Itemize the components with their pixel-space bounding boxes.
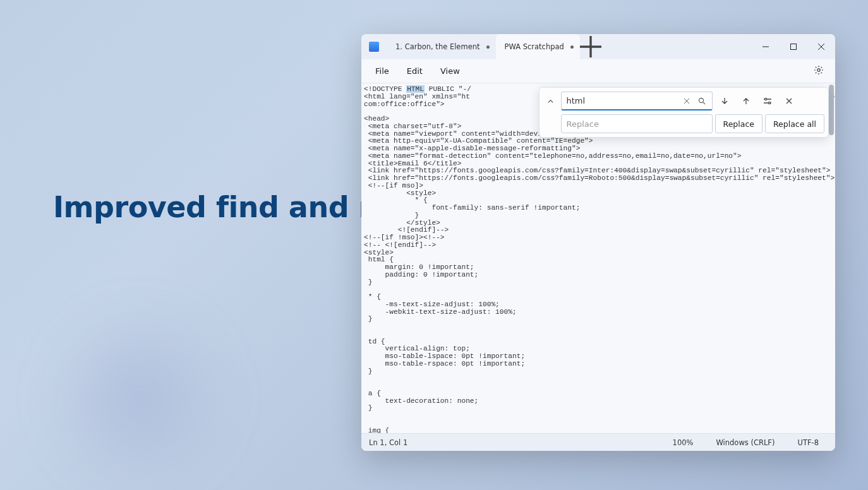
app-icon [369,42,379,52]
replace-button[interactable]: Replace [715,114,763,133]
search-highlight: HTML [406,85,425,93]
search-input[interactable]: html [561,92,713,111]
line-ending[interactable]: Windows (CRLF) [704,438,786,447]
search-value: html [567,96,679,105]
dirty-dot-icon [570,45,574,49]
svg-point-2 [699,98,703,102]
next-match-button[interactable] [715,92,734,111]
tab-label: PWA Scratchpad [505,42,564,51]
search-icon[interactable] [694,93,709,109]
scrollbar-thumb[interactable] [829,85,834,135]
replace-input[interactable]: Replace [561,114,713,133]
titlebar: 1. Carbon, the Element PWA Scratchpad [361,34,835,59]
toggle-replace-icon[interactable] [543,92,558,111]
minimize-button[interactable] [752,34,780,59]
svg-point-3 [764,98,766,100]
menu-edit[interactable]: Edit [398,63,431,80]
settings-button[interactable] [807,61,830,81]
close-find-button[interactable] [780,92,799,111]
menu-view[interactable]: View [431,63,469,80]
new-tab-button[interactable] [580,38,601,56]
svg-point-1 [817,68,820,71]
find-replace-panel: html Replace Replace Replace all [539,87,829,138]
editor-area[interactable]: <!DOCTYPE HTML PUBLIC "-/ <html lang="en… [361,83,835,433]
prev-match-button[interactable] [737,92,756,111]
svg-point-4 [768,102,770,104]
zoom-level[interactable]: 100% [661,438,705,447]
tab-carbon[interactable]: 1. Carbon, the Element [387,34,496,59]
tab-scratchpad[interactable]: PWA Scratchpad [496,34,580,59]
replace-all-button[interactable]: Replace all [765,114,824,133]
tab-label: 1. Carbon, the Element [395,42,480,51]
maximize-button[interactable] [780,34,807,59]
close-button[interactable] [807,34,835,59]
clear-icon[interactable] [679,93,694,109]
menubar: File Edit View [361,59,835,83]
replace-placeholder: Replace [567,119,599,129]
notepad-window: 1. Carbon, the Element PWA Scratchpad Fi… [361,34,835,451]
statusbar: Ln 1, Col 1 100% Windows (CRLF) UTF-8 [361,433,835,451]
dirty-dot-icon [486,45,490,49]
cursor-position: Ln 1, Col 1 [366,438,661,447]
encoding[interactable]: UTF-8 [786,438,830,447]
options-icon[interactable] [758,92,777,111]
svg-rect-0 [791,44,797,50]
menu-file[interactable]: File [366,63,398,80]
